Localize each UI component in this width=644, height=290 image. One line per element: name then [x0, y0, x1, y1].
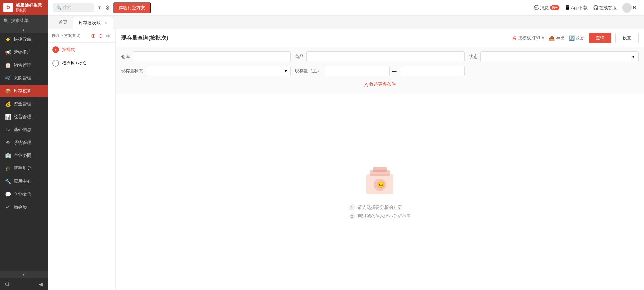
sidebar-label-inventory: 库存核算 [14, 88, 31, 94]
sidebar-item-marketing[interactable]: 📢 营销推广 [0, 46, 48, 59]
settings-icon[interactable]: ⚙ [5, 281, 10, 287]
message-badge: 99+ [550, 5, 559, 10]
tab-inventory-batch[interactable]: 库存批次账 ✕ [73, 17, 113, 29]
sidebar-search[interactable]: 🔍 搜索菜单 [0, 15, 48, 26]
topbar-search[interactable]: 🔍 搜索 [53, 3, 94, 12]
finance-icon: 💰 [5, 101, 11, 107]
sidebar-item-system[interactable]: ⚙ 系统管理 [0, 136, 48, 149]
scheme-warehouse-batch-label: 按仓库+批次 [62, 60, 87, 66]
sidebar-label-appstore: 应用中心 [14, 178, 31, 184]
export-label: 导出 [556, 35, 565, 41]
export-action[interactable]: 📤 导出 [549, 35, 565, 41]
sidebar-label-system: 系统管理 [14, 140, 31, 146]
sidebar-item-sales[interactable]: 📋 销售管理 [0, 59, 48, 72]
tab-close-icon[interactable]: ✕ [104, 21, 107, 25]
filter-area: 仓库 ··· 商品 ··· 状态 [116, 47, 644, 93]
collapse-panel-icon[interactable]: ≪ [105, 33, 111, 39]
print-dropdown-icon[interactable]: ▼ [541, 36, 545, 40]
search-label: 搜索菜单 [11, 18, 29, 24]
sidebar-item-newbie[interactable]: 🎓 新手引导 [0, 162, 48, 175]
sidebar-item-operations[interactable]: 📊 经营管理 [0, 110, 48, 123]
topbar-search-placeholder: 搜索 [63, 5, 71, 11]
step-2-text: 用过滤条件来缩小分析范围 [358, 213, 411, 219]
system-icon: ⚙ [5, 140, 11, 145]
settings-scheme-icon[interactable]: ⊙ [98, 33, 103, 39]
query-button[interactable]: 查询 [589, 33, 611, 43]
sidebar-item-appstore[interactable]: 🔧 应用中心 [0, 175, 48, 188]
sidebar-item-wechat[interactable]: 💬 企业微信 [0, 188, 48, 201]
inventory-qty-label: 现存量（主） [295, 68, 321, 74]
sidebar-label-wechat: 企业微信 [14, 191, 31, 197]
trial-button[interactable]: 体验行业方案 [113, 2, 151, 13]
product-filter: 商品 ··· [295, 51, 464, 62]
left-panel-title: 按以下方案查询 [52, 33, 80, 39]
inventory-qty-min[interactable] [324, 66, 389, 76]
scheme-batch[interactable]: ● 按批次 [48, 43, 115, 56]
sidebar-scroll-up[interactable]: ▲ [0, 26, 48, 33]
sidebar: b 畅康通好生意 标准版 🔍 搜索菜单 ▲ ⚡ 快捷导航 📢 营销推广 📋 销售… [0, 0, 48, 290]
inventory-status-select[interactable]: ▼ [146, 66, 291, 76]
print-action[interactable]: 🖨 按模板打印 ▼ [512, 35, 545, 41]
main-area: 🔍 搜索 ▼ ⚙ 体验行业方案 💬 消息 99+ 📱 App下载 🎧 在线客服 … [48, 0, 644, 290]
step-2-num: 2 [349, 213, 355, 219]
refresh-icon: 🔄 [569, 35, 575, 41]
topbar: 🔍 搜索 ▼ ⚙ 体验行业方案 💬 消息 99+ 📱 App下载 🎧 在线客服 … [48, 0, 644, 16]
page-title: 现存量查询(按批次) [121, 35, 168, 42]
online-service-action[interactable]: 🎧 在线客服 [593, 5, 617, 11]
inventory-qty-max[interactable] [400, 66, 465, 76]
collapse-more-btn[interactable]: ⋀ 收起更多条件 [121, 80, 639, 89]
refresh-action[interactable]: 🔄 刷新 [569, 35, 585, 41]
add-scheme-icon[interactable]: ⊕ [91, 33, 96, 39]
inventory-icon: 📦 [5, 88, 11, 94]
app-title-block: 畅康通好生意 标准版 [16, 3, 42, 12]
tab-home[interactable]: 首页 [53, 17, 73, 29]
app-download-icon: 📱 [565, 5, 570, 10]
sidebar-label-newbie: 新手引导 [14, 165, 31, 171]
app-download-label: App下载 [571, 5, 588, 11]
newbie-icon: 🎓 [5, 166, 11, 171]
topbar-dropdown-icon[interactable]: ▼ [97, 5, 102, 10]
appstore-icon: 🔧 [5, 179, 11, 184]
filter-row-2: 现存量状态 ▼ 现存量（主） — [121, 66, 639, 76]
sidebar-footer: ⚙ ◀ [0, 278, 48, 290]
user-area[interactable]: Rit [622, 3, 639, 13]
empty-state: 😐 1 请先选择要分析的方案 2 用过滤条件来缩小分析范围 [116, 93, 644, 290]
status-chevron-icon: ▼ [631, 54, 635, 59]
sidebar-item-member[interactable]: ✓ 畅会员 [0, 201, 48, 214]
warehouse-dots-icon[interactable]: ··· [284, 54, 288, 59]
username: Rit [633, 5, 639, 10]
sidebar-item-basics[interactable]: 🗂 基础信息 [0, 123, 48, 136]
sidebar-item-purchase[interactable]: 🛒 采购管理 [0, 72, 48, 85]
right-panel: 现存量查询(按批次) 🖨 按模板打印 ▼ 📤 导出 🔄 刷新 [116, 29, 644, 290]
step-1-text: 请先选择要分析的方案 [358, 204, 402, 211]
collapse-icon[interactable]: ◀ [39, 281, 43, 287]
sidebar-scroll-down[interactable]: ▼ [0, 271, 48, 278]
sidebar-item-enterprise[interactable]: 🏢 企业协同 [0, 149, 48, 162]
empty-step-2: 2 用过滤条件来缩小分析范围 [349, 213, 411, 219]
left-panel-icons: ⊕ ⊙ ≪ [91, 33, 111, 39]
message-action[interactable]: 💬 消息 99+ [534, 5, 559, 11]
warehouse-filter: 仓库 ··· [121, 51, 291, 62]
scheme-warehouse-batch[interactable]: ○ 按仓库+批次 [48, 56, 115, 70]
sidebar-item-finance[interactable]: 💰 资金管理 [0, 97, 48, 110]
sidebar-label-enterprise: 企业协同 [14, 152, 31, 159]
sidebar-label-member: 畅会员 [14, 204, 27, 210]
sidebar-header: b 畅康通好生意 标准版 [0, 0, 48, 15]
sales-icon: 📋 [5, 62, 11, 68]
tab-home-label: 首页 [58, 20, 67, 25]
sidebar-label-finance: 资金管理 [14, 101, 31, 107]
status-select[interactable]: ▼ [480, 51, 639, 62]
inventory-qty-dash: — [392, 69, 397, 74]
sidebar-item-inventory[interactable]: 📦 库存核算 [0, 85, 48, 97]
sidebar-label-marketing: 营销推广 [14, 49, 31, 55]
product-input[interactable]: ··· [306, 51, 464, 62]
settings-button[interactable]: 设置 [615, 33, 639, 43]
product-dots-icon[interactable]: ··· [458, 54, 462, 59]
online-service-label: 在线客服 [599, 5, 617, 11]
topbar-gear-icon[interactable]: ⚙ [105, 4, 110, 11]
tabbar: 首页 库存批次账 ✕ [48, 16, 644, 29]
sidebar-item-quick-nav[interactable]: ⚡ 快捷导航 [0, 33, 48, 46]
warehouse-input[interactable]: ··· [133, 51, 291, 62]
app-download-action[interactable]: 📱 App下载 [565, 5, 588, 11]
content-area: 按以下方案查询 ⊕ ⊙ ≪ ● 按批次 ○ 按仓库+批次 现存量查询(按批次) [48, 29, 644, 290]
